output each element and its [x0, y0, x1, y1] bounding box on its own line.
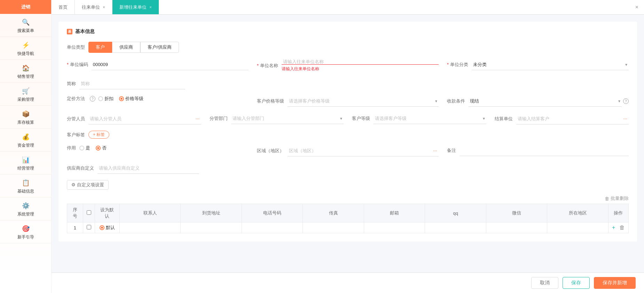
wechat-input[interactable] — [490, 225, 543, 230]
row-region[interactable] — [547, 222, 608, 233]
sidebar-item-system[interactable]: ⚙️ 系统管理 — [0, 197, 51, 220]
contact-input[interactable] — [123, 225, 177, 230]
close-new-partner-tab[interactable]: × — [149, 5, 152, 10]
save-button[interactable]: 保存 — [563, 277, 590, 289]
disabled-no-label: 否 — [102, 145, 107, 151]
settlement-unit-more-btn[interactable]: ··· — [622, 116, 629, 121]
batch-delete-area[interactable]: 🗑 批量删除 — [67, 195, 629, 202]
unit-code-group: 单位编码 — [67, 59, 249, 70]
cancel-button[interactable]: 取消 — [531, 277, 558, 289]
customer-level-label: 客户等级 — [352, 115, 370, 122]
fax-input[interactable] — [306, 225, 360, 230]
payment-terms-select[interactable]: 现结 ▾ — [469, 96, 622, 107]
manager-more-btn[interactable]: ··· — [194, 116, 201, 121]
remark-input[interactable] — [460, 145, 629, 156]
pricing-price-level[interactable]: 价格等级 — [119, 96, 143, 102]
delete-row-btn[interactable]: 🗑 — [619, 225, 625, 230]
region-table-input[interactable] — [551, 225, 604, 230]
type-btn-customer[interactable]: 客户 — [88, 42, 112, 53]
col-checkbox[interactable] — [83, 204, 95, 222]
row-email[interactable] — [364, 222, 425, 233]
close-all-tabs[interactable]: × — [630, 0, 644, 14]
tab-new-partner[interactable]: 新增往来单位 × — [112, 0, 159, 14]
row-fax[interactable] — [303, 222, 364, 233]
col-no: 序号 — [67, 204, 83, 222]
close-partner-tab[interactable]: × — [103, 5, 105, 10]
customer-level-select[interactable]: 请选择客户等级 ▾ — [374, 113, 486, 124]
sidebar-item-guide[interactable]: 🎯 新手引导 — [0, 220, 51, 243]
unit-name-group: 单位名称 请输入往来单位名称 — [257, 59, 439, 72]
pricing-radio-group: 折扣 价格等级 — [98, 96, 143, 102]
add-tag-btn[interactable]: + 标签 — [88, 131, 109, 139]
unit-name-input[interactable] — [282, 59, 439, 65]
sidebar-item-operations[interactable]: 📊 经营管理 — [0, 152, 51, 174]
phone-input[interactable] — [245, 225, 299, 230]
qq-input[interactable] — [429, 225, 482, 230]
customer-price-level-select[interactable]: 请选择客户价格等级 ▾ — [288, 96, 439, 107]
email-input[interactable] — [368, 225, 421, 230]
section-title-text: 基本信息 — [75, 29, 95, 35]
sidebar-item-search[interactable]: 🔍 搜索菜单 — [0, 14, 51, 37]
select-all-checkbox[interactable] — [87, 210, 91, 215]
disabled-no[interactable]: 否 — [96, 145, 107, 151]
sidebar-item-inventory[interactable]: 📦 库存核算 — [0, 106, 51, 129]
settlement-unit-input[interactable] — [516, 113, 622, 124]
custom-settings-btn[interactable]: ⚙ 自定义项设置 — [67, 180, 109, 190]
pricing-help-icon[interactable]: ? — [90, 96, 95, 101]
row-address[interactable] — [181, 222, 242, 233]
col-wechat: 微信 — [486, 204, 547, 222]
sidebar-item-label: 经营管理 — [17, 165, 34, 171]
sidebar-item-finance[interactable]: 💰 资金管理 — [0, 129, 51, 152]
price-level-label: 价格等级 — [125, 96, 143, 102]
row-contact[interactable] — [120, 222, 181, 233]
manager-group: 分管人员 ··· — [67, 113, 201, 124]
region-input[interactable] — [288, 145, 432, 156]
tab-bar: 首页 往来单位 × 新增往来单位 × × — [52, 0, 644, 15]
sidebar-item-label: 销售管理 — [17, 74, 34, 80]
sidebar-item-quick-nav[interactable]: ⚡ 快捷导航 — [0, 37, 51, 60]
row-default-radio[interactable]: 默认 — [99, 225, 116, 231]
sidebar-item-label: 系统管理 — [17, 211, 34, 217]
disabled-yes-label: 是 — [86, 145, 90, 151]
disabled-label: 停用 — [67, 145, 76, 151]
row-phone[interactable] — [242, 222, 303, 233]
unit-name-error: 请输入往来单位名称 — [282, 66, 439, 72]
remark-group: 备注 — [447, 145, 629, 156]
save-new-button[interactable]: 保存并新增 — [594, 277, 636, 289]
manager-input[interactable] — [88, 113, 194, 124]
disabled-row: 停用 是 否 区域（地区） — [67, 145, 629, 156]
tab-partner[interactable]: 往来单位 × — [75, 0, 112, 14]
table-header: 序号 设为默认 联系人 到货地址 电话号码 传真 邮箱 qq 微信 所在地区 操… — [67, 204, 629, 222]
tab-home[interactable]: 首页 — [52, 0, 75, 14]
row-checkbox-1[interactable] — [87, 225, 91, 229]
discount-radio[interactable] — [98, 96, 103, 101]
disabled-yes-radio[interactable] — [79, 146, 84, 150]
sidebar-item-base-info[interactable]: 📋 基础信息 — [0, 174, 51, 197]
sidebar-item-purchase[interactable]: 🛒 采购管理 — [0, 83, 51, 106]
supplier-custom-input[interactable] — [97, 163, 199, 174]
row-qq[interactable] — [425, 222, 486, 233]
add-row-btn[interactable]: + — [612, 225, 615, 230]
payment-terms-help-icon[interactable]: ? — [623, 98, 629, 104]
row-wechat[interactable] — [486, 222, 547, 233]
type-btn-supplier[interactable]: 供应商 — [112, 42, 140, 53]
row-checkbox[interactable] — [83, 222, 95, 233]
disabled-yes[interactable]: 是 — [79, 145, 90, 151]
price-level-radio[interactable] — [119, 96, 124, 101]
settlement-unit-group: 结算单位 ··· — [495, 113, 629, 124]
remark-label: 备注 — [447, 147, 456, 154]
short-name-input[interactable] — [79, 78, 185, 89]
customer-level-group: 客户等级 请选择客户等级 ▾ — [352, 113, 486, 124]
disabled-no-radio[interactable] — [96, 146, 101, 150]
contact-table: 序号 设为默认 联系人 到货地址 电话号码 传真 邮箱 qq 微信 所在地区 操… — [67, 204, 629, 233]
unit-code-input[interactable] — [92, 59, 249, 70]
department-select[interactable]: 请输入分管部门 ▾ — [231, 113, 344, 124]
default-radio-circle[interactable] — [100, 225, 104, 230]
default-radio-label: 默认 — [106, 225, 115, 231]
pricing-discount[interactable]: 折扣 — [98, 96, 113, 102]
type-btn-both[interactable]: 客户/供应商 — [140, 42, 179, 53]
address-input[interactable] — [184, 225, 238, 230]
sidebar-item-sales[interactable]: 🏠 销售管理 — [0, 60, 51, 83]
unit-category-select[interactable]: 未分类 ▾ — [472, 59, 629, 70]
region-more-btn[interactable]: ··· — [432, 148, 439, 153]
